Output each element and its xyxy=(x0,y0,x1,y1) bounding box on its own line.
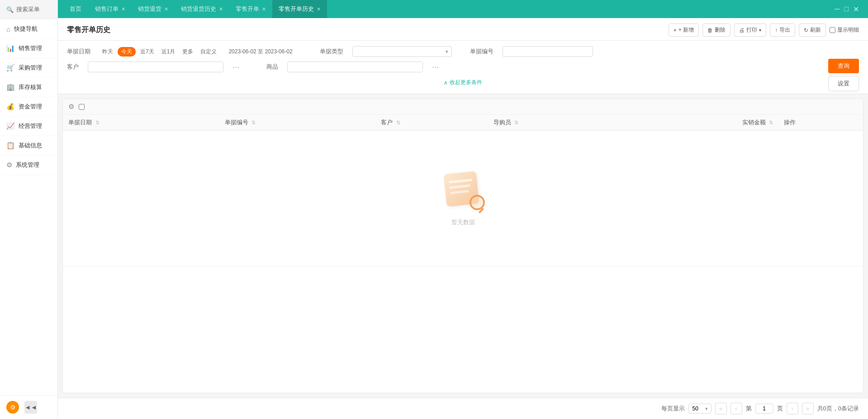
type-select[interactable] xyxy=(352,46,452,57)
page-label: 第 xyxy=(746,405,752,413)
tab-sales-return[interactable]: 销货退货 ✕ xyxy=(132,0,175,18)
pagination-first-btn[interactable]: « xyxy=(715,403,727,414)
sidebar-collapse-button[interactable]: ◄◄ xyxy=(24,401,37,414)
col-date-sort[interactable]: ⇅ xyxy=(95,120,100,125)
tab-retail-open[interactable]: 零售开单 ✕ xyxy=(229,0,272,18)
print-button[interactable]: 🖨 打印 ▾ xyxy=(734,24,766,37)
date-shortcut-today[interactable]: 今天 xyxy=(118,47,136,56)
col-number-sort[interactable]: ⇅ xyxy=(251,120,256,125)
sidebar-item-quick-nav[interactable]: ⌂ 快捷导航 xyxy=(0,19,57,39)
export-icon: ↑ xyxy=(775,27,778,33)
page-suffix: 页 xyxy=(777,405,783,413)
total-info: 共0页，0条记录 xyxy=(817,405,859,413)
tab-sales-return-history-label: 销货退货历史 xyxy=(181,5,216,13)
pagination-prev-btn[interactable]: ‹ xyxy=(730,403,742,414)
collapse-filter-btn[interactable]: ∧ 收起更多条件 xyxy=(67,77,859,88)
empty-state-cell: 暂无数据 xyxy=(63,131,863,267)
sidebar-item-operations[interactable]: 📈 经营管理 xyxy=(0,117,57,136)
window-min-button[interactable]: ─ xyxy=(835,5,840,13)
tab-retail-open-history[interactable]: 零售开单历史 ✕ xyxy=(272,0,327,18)
print-icon: 🖨 xyxy=(739,27,745,33)
tab-sales-order-close[interactable]: ✕ xyxy=(121,6,125,12)
date-shortcuts: 昨天 今天 近7天 近1月 更多 自定义 xyxy=(100,47,219,56)
sidebar-item-inventory[interactable]: 🏢 库存核算 xyxy=(0,78,57,97)
customer-input[interactable] xyxy=(88,61,223,72)
action-buttons-panel: 查询 设置 xyxy=(828,59,859,91)
content-wrapper: 零售开单历史 + + 新增 🗑 删除 🖨 打印 ▾ ↑ 导出 xyxy=(58,18,868,419)
col-number: 单据编号 ⇅ xyxy=(219,115,376,131)
sidebar-item-label: 资金管理 xyxy=(19,103,42,111)
settings-query-button[interactable]: 设置 xyxy=(828,76,859,91)
date-shortcut-more[interactable]: 更多 xyxy=(180,47,196,56)
refresh-button[interactable]: ↻ 刷新 xyxy=(799,24,826,37)
pagination-next-btn[interactable]: › xyxy=(787,403,798,414)
add-label: + 新增 xyxy=(678,26,694,34)
refresh-icon: ↻ xyxy=(804,27,808,33)
sidebar-item-basic-info[interactable]: 📋 基础信息 xyxy=(0,136,57,155)
customer-filter-label: 客户 xyxy=(67,63,79,71)
sidebar-item-purchase-mgmt[interactable]: 🛒 采购管理 xyxy=(0,58,57,78)
tab-retail-open-history-label: 零售开单历史 xyxy=(279,5,314,13)
customer-more-icon[interactable]: ··· xyxy=(232,62,239,72)
empty-text: 暂无数据 xyxy=(451,218,475,226)
col-action-label: 操作 xyxy=(784,119,796,126)
export-button[interactable]: ↑ 导出 xyxy=(770,24,795,37)
page-title: 零售开单历史 xyxy=(67,25,110,35)
sidebar-item-finance[interactable]: 💰 资金管理 xyxy=(0,97,57,117)
col-number-label: 单据编号 xyxy=(225,119,248,126)
tab-sales-return-history-close[interactable]: ✕ xyxy=(219,6,223,12)
display-toggle[interactable]: 显示明细 xyxy=(830,26,859,34)
col-amount-sort[interactable]: ⇅ xyxy=(769,120,773,125)
tab-home[interactable]: 首页 xyxy=(62,0,89,18)
collapse-up-icon: ∧ xyxy=(444,80,448,86)
operations-icon: 📈 xyxy=(6,122,15,130)
tab-sales-return-close[interactable]: ✕ xyxy=(164,6,168,12)
search-icon: 🔍 xyxy=(6,6,14,13)
date-shortcut-custom[interactable]: 自定义 xyxy=(198,47,219,56)
add-button[interactable]: + + 新增 xyxy=(669,24,699,37)
display-toggle-checkbox[interactable] xyxy=(830,27,835,33)
delete-icon: 🗑 xyxy=(707,27,713,33)
goods-input[interactable] xyxy=(287,61,423,72)
sidebar-search-label: 搜索采单 xyxy=(16,5,40,14)
cart-icon: 🛒 xyxy=(6,64,15,72)
col-guide-sort[interactable]: ⇅ xyxy=(514,120,518,125)
pagination-last-icon: » xyxy=(806,405,809,412)
date-shortcut-1month[interactable]: 近1月 xyxy=(159,47,178,56)
tab-sales-order[interactable]: 销售订单 ✕ xyxy=(89,0,132,18)
window-close-button[interactable]: ✕ xyxy=(853,5,859,14)
tab-sales-return-history[interactable]: 销货退货历史 ✕ xyxy=(175,0,229,18)
sidebar-item-label: 快捷导航 xyxy=(14,25,38,33)
sidebar-item-system[interactable]: ⚙ 系统管理 xyxy=(0,155,57,175)
pagination-last-btn[interactable]: » xyxy=(802,403,814,414)
col-guide: 导购员 ⇅ xyxy=(488,115,622,131)
tab-home-label: 首页 xyxy=(70,5,81,13)
table-settings-icon[interactable]: ⚙ xyxy=(68,103,74,111)
chart-icon: 📊 xyxy=(6,44,15,52)
date-range-display: 2023-06-02 至 2023-06-02 xyxy=(228,48,292,56)
col-guide-label: 导购员 xyxy=(493,119,511,126)
settings-button[interactable]: ⚙ xyxy=(6,401,19,414)
window-max-button[interactable]: □ xyxy=(844,5,849,13)
per-page-select[interactable]: 20 50 100 xyxy=(688,404,711,414)
select-all-checkbox[interactable] xyxy=(79,104,85,110)
tab-retail-open-close[interactable]: ✕ xyxy=(262,6,266,12)
col-customer-sort[interactable]: ⇅ xyxy=(396,120,400,125)
sidebar-search[interactable]: 🔍 搜索采单 xyxy=(0,0,57,19)
tab-sales-return-label: 销货退货 xyxy=(138,5,161,13)
export-label: 导出 xyxy=(779,26,790,34)
gear-icon: ⚙ xyxy=(6,161,12,169)
sidebar-item-sales-mgmt[interactable]: 📊 销售管理 xyxy=(0,39,57,58)
col-date: 单据日期 ⇅ xyxy=(63,115,219,131)
query-button[interactable]: 查询 xyxy=(828,59,859,73)
tab-retail-open-history-close[interactable]: ✕ xyxy=(317,6,321,12)
date-shortcut-7days[interactable]: 近7天 xyxy=(138,47,157,56)
page-number-input[interactable] xyxy=(755,404,773,414)
data-table: 单据日期 ⇅ 单据编号 ⇅ 客户 ⇅ 导购员 ⇅ xyxy=(63,115,863,267)
delete-button[interactable]: 🗑 删除 xyxy=(702,24,730,37)
col-action: 操作 xyxy=(778,115,863,131)
number-input[interactable] xyxy=(503,46,593,57)
date-shortcut-yesterday[interactable]: 昨天 xyxy=(100,47,116,56)
home-icon: ⌂ xyxy=(6,25,10,33)
goods-more-icon[interactable]: ··· xyxy=(432,62,439,72)
